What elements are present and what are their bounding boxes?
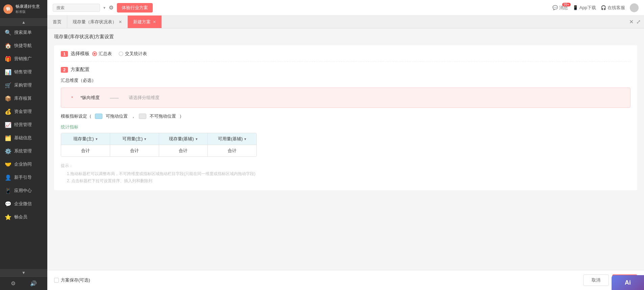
template-radio-group: 汇总表 交叉统计表: [92, 51, 147, 57]
home-icon: 🏠: [5, 43, 11, 49]
plan-settings-card: 1 选择模板 汇总表 交叉统计表 2 方案配置: [54, 45, 637, 190]
app-logo-icon: 畅: [3, 4, 13, 14]
sidebar-nav: 🔍 搜索菜单 🏠 快捷导航 🎁 营销推广 📊 销售管理 🛒 采购管理 📦 库存核…: [0, 26, 47, 269]
stats-header-col-3[interactable]: 可用量(基辅) ▾: [208, 133, 256, 145]
chevron-col-0[interactable]: ▾: [96, 137, 98, 141]
user-avatar[interactable]: [630, 3, 639, 12]
non-draggable-label: 不可拖动位置: [150, 113, 176, 119]
tabbar-actions: ✕ ⤢: [626, 19, 644, 25]
sound-footer-icon[interactable]: 🔊: [30, 280, 37, 287]
tabbar: 首页 现存量（库存状况表） ✕ 新建方案 ✕ ✕ ⤢: [47, 16, 644, 28]
sidebar-item-wechat[interactable]: 💬 企业微信: [0, 197, 47, 211]
sidebar-logo: 畅 畅康通好生意 标准版: [0, 0, 47, 19]
sidebar-item-purchase[interactable]: 🛒 采购管理: [0, 79, 47, 92]
step2-badge: 2: [61, 67, 68, 73]
vertical-dash: ——: [110, 95, 119, 100]
tabbar-close-icon[interactable]: ✕: [629, 19, 634, 25]
folder-icon: 🗂️: [5, 135, 11, 141]
sidebar-item-cooperation[interactable]: 🤝 企业协同: [0, 158, 47, 171]
sidebar-item-search[interactable]: 🔍 搜索菜单: [0, 26, 47, 39]
draggable-indicator-box: [95, 114, 102, 119]
ai-float-button[interactable]: Ai: [612, 275, 644, 290]
trend-icon: 📈: [5, 122, 11, 128]
message-icon: 💬: [552, 5, 558, 10]
vertical-placeholder: 请选择分组维度: [129, 95, 159, 101]
page-title: 现存量(库存状况表)方案设置: [54, 34, 637, 40]
chevron-col-2[interactable]: ▾: [196, 137, 198, 141]
topbar: ▾ ⚙ 体验行业方案 💬 消息 99+ 📱 App下载 🎧 在线客服: [47, 0, 644, 16]
indicator-settings-label: 模板指标设定（: [61, 113, 92, 119]
sidebar-item-marketing[interactable]: 🎁 营销推广: [0, 52, 47, 66]
sidebar-item-system[interactable]: ⚙️ 系统管理: [0, 145, 47, 158]
person-icon: 👤: [5, 174, 11, 181]
chevron-col-1[interactable]: ▾: [144, 137, 146, 141]
tab-inventory-close-icon[interactable]: ✕: [119, 20, 122, 24]
bottom-bar: 方案保存(可选) 取消 查询: [47, 270, 644, 290]
topbar-gear-icon[interactable]: ⚙: [109, 4, 114, 11]
tip-2: 2. 点击标题栏下拉可设置排序、插入列和删除列: [61, 177, 630, 185]
topbar-right: 💬 消息 99+ 📱 App下载 🎧 在线客服: [552, 3, 639, 12]
tab-new-plan-close-icon[interactable]: ✕: [153, 20, 156, 24]
step2-title: 方案配置: [71, 67, 90, 73]
save-checkbox[interactable]: 方案保存(可选): [54, 277, 90, 283]
indicator-settings-row: 模板指标设定（ 可拖动位置 ， 不可拖动位置 ）: [61, 113, 630, 119]
sidebar-item-member[interactable]: ⭐ 畅会员: [0, 211, 47, 224]
cancel-button[interactable]: 取消: [583, 274, 609, 286]
stats-header-col-1[interactable]: 可用量(主) ▾: [110, 133, 159, 145]
tab-new-plan[interactable]: 新建方案 ✕: [128, 16, 162, 28]
sidebar-scroll-up[interactable]: ▲: [0, 19, 47, 26]
box-icon: 📦: [5, 95, 11, 102]
gift-icon: 🎁: [5, 56, 11, 62]
content-area: 现存量(库存状况表)方案设置 1 选择模板 汇总表 交叉统计表: [47, 28, 644, 270]
dimension-label: 汇总维度（必选）: [61, 77, 630, 83]
trial-btn[interactable]: 体验行业方案: [117, 3, 153, 13]
sidebar-item-quick-nav[interactable]: 🏠 快捷导航: [0, 39, 47, 52]
indicator-end: ）: [179, 113, 184, 119]
step1-badge: 1: [61, 51, 68, 57]
search-icon: 🔍: [5, 29, 11, 36]
step1-header: 1 选择模板 汇总表 交叉统计表: [61, 51, 630, 57]
stats-header-col-0[interactable]: 现存量(主) ▾: [61, 133, 110, 145]
gear-sidebar-icon: ⚙️: [5, 148, 11, 154]
settings-footer-icon[interactable]: ⚙: [11, 280, 16, 287]
app-logo-text: 畅康通好生意 标准版: [16, 4, 40, 14]
cart-icon: 🛒: [5, 82, 11, 89]
topbar-search-input[interactable]: [53, 4, 100, 12]
vertical-dimension-box[interactable]: * *纵向维度 —— 请选择分组维度: [61, 88, 630, 108]
sidebar: 畅 畅康通好生意 标准版 ▲ 🔍 搜索菜单 🏠 快捷导航 🎁 营销推广 📊 销售…: [0, 0, 47, 290]
topbar-dropdown-icon[interactable]: ▾: [103, 5, 105, 10]
radio-cross[interactable]: 交叉统计表: [119, 51, 147, 57]
tab-home[interactable]: 首页: [47, 16, 67, 28]
topbar-left: ▾ ⚙ 体验行业方案: [53, 3, 153, 13]
app-download-btn[interactable]: 📱 App下载: [573, 5, 596, 11]
sidebar-item-newbie[interactable]: 👤 新手引导: [0, 171, 47, 184]
sidebar-item-inventory[interactable]: 📦 库存核算: [0, 92, 47, 105]
chat-icon: 💬: [5, 201, 11, 207]
radio-summary[interactable]: 汇总表: [92, 51, 112, 57]
bottom-left: 方案保存(可选): [54, 277, 90, 283]
money-icon: 💰: [5, 108, 11, 115]
phone-icon: 📱: [5, 188, 11, 194]
stats-table: 现存量(主) ▾ 可用量(主) ▾ 现存量(基辅) ▾ 可用量(基辅) ▾: [61, 133, 257, 157]
star-icon: ⭐: [5, 214, 11, 220]
tabbar-expand-icon[interactable]: ⤢: [636, 19, 641, 25]
messages-btn[interactable]: 💬 消息 99+: [552, 5, 568, 11]
save-checkbox-box[interactable]: [54, 278, 59, 283]
step1-title: 选择模板: [71, 51, 90, 57]
stats-data-cell-0: 合计: [61, 145, 110, 156]
chevron-col-3[interactable]: ▾: [244, 137, 246, 141]
sidebar-item-operations[interactable]: 📈 经营管理: [0, 118, 47, 131]
online-service-btn[interactable]: 🎧 在线客服: [601, 5, 625, 11]
tips-box: 提示： 1.拖动标题栏可以调整布局，不可跨维度或指标区域拖动栏目字段(只能在同一…: [61, 162, 630, 185]
headset-icon: 🎧: [601, 5, 606, 10]
sidebar-item-sales[interactable]: 📊 销售管理: [0, 66, 47, 79]
sidebar-item-basic[interactable]: 🗂️ 基础信息: [0, 131, 47, 145]
sidebar-item-app-center[interactable]: 📱 应用中心: [0, 184, 47, 197]
stats-header-col-2[interactable]: 现存量(基辅) ▾: [159, 133, 208, 145]
chart-icon: 📊: [5, 69, 11, 75]
tab-inventory[interactable]: 现存量（库存状况表） ✕: [67, 16, 128, 28]
sidebar-scroll-down[interactable]: ▼: [0, 269, 47, 276]
tip-1: 1.拖动标题栏可以调整布局，不可跨维度或指标区域拖动栏目字段(只能在同一维度或指…: [61, 170, 630, 178]
draggable-label: 可拖动位置: [106, 113, 128, 119]
sidebar-item-finance[interactable]: 💰 资金管理: [0, 105, 47, 118]
